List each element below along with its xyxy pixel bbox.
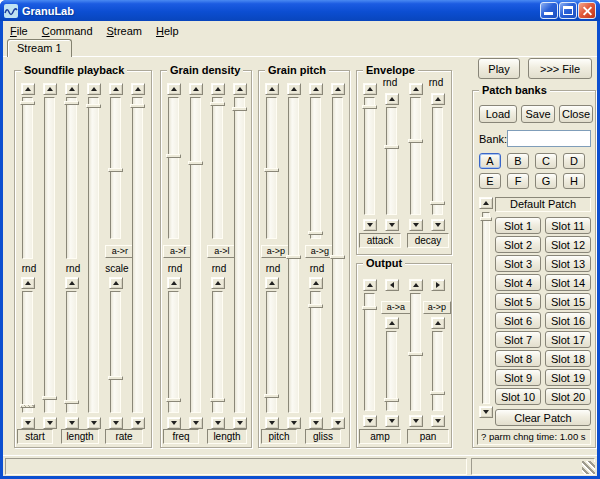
attack-rnd-down-button[interactable] <box>385 219 399 231</box>
slider-thumb[interactable] <box>64 400 79 404</box>
amp-main-slider[interactable] <box>364 293 375 411</box>
slider-thumb[interactable] <box>264 168 279 172</box>
gliss-fine-down-button[interactable] <box>331 417 345 429</box>
bank-f-button[interactable]: F <box>507 173 529 189</box>
slot-10-button[interactable]: Slot 10 <box>495 388 541 405</box>
bank-c-button[interactable]: C <box>535 153 557 169</box>
slider-thumb[interactable] <box>480 217 492 221</box>
slot-17-button[interactable]: Slot 17 <box>545 331 591 348</box>
play-button[interactable]: Play <box>478 58 520 79</box>
length-up-button[interactable] <box>65 83 79 95</box>
slider-thumb[interactable] <box>362 105 377 109</box>
slider-thumb[interactable] <box>188 161 203 165</box>
slider-thumb[interactable] <box>430 201 445 205</box>
slider-thumb[interactable] <box>330 255 345 259</box>
slot-3-button[interactable]: Slot 3 <box>495 255 541 272</box>
rate-fine-up-button[interactable] <box>131 83 145 95</box>
freq-fine-down-button[interactable] <box>189 417 203 429</box>
slot-6-button[interactable]: Slot 6 <box>495 312 541 329</box>
rate-up-button[interactable] <box>109 83 123 95</box>
grainlength-upper-slider[interactable] <box>212 97 223 239</box>
freq-rnd-slider[interactable] <box>168 291 179 413</box>
start-fine-up-button[interactable] <box>43 83 57 95</box>
menu-help[interactable]: Help <box>149 23 186 39</box>
attack-down-button[interactable] <box>363 219 377 231</box>
amp-aux-down-button[interactable] <box>385 415 399 427</box>
slot-13-button[interactable]: Slot 13 <box>545 255 591 272</box>
slider-thumb[interactable] <box>210 102 225 106</box>
length-main-slider[interactable] <box>88 97 99 413</box>
start-fine-down-button[interactable] <box>43 417 57 429</box>
slider-thumb[interactable] <box>86 104 101 108</box>
slider-thumb[interactable] <box>384 398 399 402</box>
start-rnd-up-button[interactable] <box>21 277 35 289</box>
pitch-rnd-up-button[interactable] <box>265 277 279 289</box>
pan-up-button[interactable] <box>409 279 423 291</box>
freq-fine-up-button[interactable] <box>189 83 203 95</box>
pitch-upper-slider[interactable] <box>266 97 277 239</box>
patch-select-up-button[interactable] <box>479 197 493 209</box>
gliss-up-button[interactable] <box>309 83 323 95</box>
pitch-fine-up-button[interactable] <box>287 83 301 95</box>
decay-rnd-up-button[interactable] <box>431 93 445 105</box>
slider-thumb[interactable] <box>42 396 57 400</box>
close-bank-button[interactable]: Close <box>559 105 593 123</box>
start-down-button[interactable] <box>21 417 35 429</box>
pan-aux-up-button[interactable] <box>431 317 445 329</box>
menu-file[interactable]: File <box>3 23 35 39</box>
rate-fine-down-button[interactable] <box>131 417 145 429</box>
pitch-down-button[interactable] <box>265 417 279 429</box>
slider-thumb[interactable] <box>20 404 35 408</box>
patch-select-slider[interactable] <box>482 212 490 404</box>
map-audio-to-pan-button[interactable]: a->p <box>423 301 451 314</box>
slot-14-button[interactable]: Slot 14 <box>545 274 591 291</box>
slider-thumb[interactable] <box>408 352 423 356</box>
gliss-upper-slider[interactable] <box>310 97 321 239</box>
slot-16-button[interactable]: Slot 16 <box>545 312 591 329</box>
freq-main-slider[interactable] <box>190 97 201 413</box>
slot-12-button[interactable]: Slot 12 <box>545 236 591 253</box>
slider-thumb[interactable] <box>232 107 247 111</box>
attack-rnd-up-button[interactable] <box>385 93 399 105</box>
maximize-button[interactable] <box>559 2 577 19</box>
slot-8-button[interactable]: Slot 8 <box>495 350 541 367</box>
grainlength-fine-up-button[interactable] <box>233 83 247 95</box>
slot-19-button[interactable]: Slot 19 <box>545 369 591 386</box>
clear-patch-button[interactable]: Clear Patch <box>495 409 591 426</box>
grainlength-down-button[interactable] <box>211 417 225 429</box>
rate-scale-up-button[interactable] <box>109 277 123 289</box>
freq-up-button[interactable] <box>167 83 181 95</box>
slot-2-button[interactable]: Slot 2 <box>495 236 541 253</box>
slider-thumb[interactable] <box>166 154 181 158</box>
slider-thumb[interactable] <box>130 104 145 108</box>
slider-thumb[interactable] <box>308 304 323 308</box>
slider-thumb[interactable] <box>408 139 423 143</box>
map-audio-to-grainlength-button[interactable]: a->l <box>207 245 237 258</box>
slider-thumb[interactable] <box>64 101 79 105</box>
pitch-main-slider[interactable] <box>288 97 299 413</box>
close-button[interactable] <box>578 2 596 19</box>
load-button[interactable]: Load <box>479 105 517 123</box>
start-main-slider[interactable] <box>44 97 55 413</box>
decay-rnd-down-button[interactable] <box>431 219 445 231</box>
slot-7-button[interactable]: Slot 7 <box>495 331 541 348</box>
menu-stream[interactable]: Stream <box>100 23 149 39</box>
rate-main-slider[interactable] <box>132 97 143 413</box>
slider-thumb[interactable] <box>108 168 123 172</box>
gliss-main-slider[interactable] <box>332 97 343 413</box>
length-upper-slider[interactable] <box>66 97 77 259</box>
slot-11-button[interactable]: Slot 11 <box>545 217 591 234</box>
save-button[interactable]: Save <box>521 105 555 123</box>
resize-grip[interactable] <box>582 461 595 474</box>
slider-thumb[interactable] <box>362 306 377 310</box>
bank-input[interactable] <box>507 130 591 147</box>
bank-b-button[interactable]: B <box>507 153 529 169</box>
start-up-button[interactable] <box>21 83 35 95</box>
patch-select-down-button[interactable] <box>479 406 493 418</box>
slider-thumb[interactable] <box>308 231 323 235</box>
freq-down-button[interactable] <box>167 417 181 429</box>
render-to-file-button[interactable]: >>> File <box>528 58 592 79</box>
slot-20-button[interactable]: Slot 20 <box>545 388 591 405</box>
slot-4-button[interactable]: Slot 4 <box>495 274 541 291</box>
pan-aux-slider[interactable] <box>432 331 443 411</box>
